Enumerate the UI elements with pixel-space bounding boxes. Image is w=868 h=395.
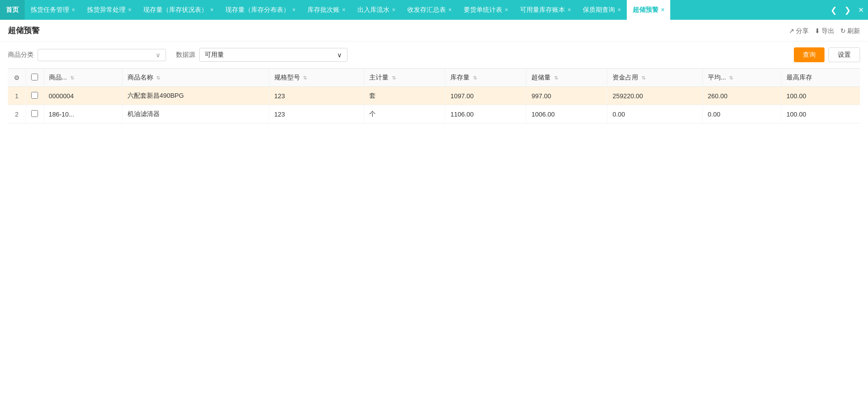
topbar-item-inout-flow[interactable]: 出入库流水× bbox=[351, 0, 401, 20]
table-row: 2 186-10... 机油滤清器 123 个 1106.00 1006.00 … bbox=[8, 105, 860, 123]
cell-product-name: 机油滤清器 bbox=[122, 105, 269, 123]
cell-capital: 259220.00 bbox=[608, 87, 703, 105]
close-tab-icon-inout-flow[interactable]: × bbox=[392, 6, 395, 13]
topbar-item-batch-ledger[interactable]: 库存批次账× bbox=[302, 0, 351, 20]
cell-max-stock: 100.00 bbox=[781, 105, 860, 123]
cell-overstock: 997.00 bbox=[526, 87, 608, 105]
topbar-item-task-mgmt[interactable]: 拣货任务管理× bbox=[25, 0, 81, 20]
topbar-item-summary[interactable]: 收发存汇总表× bbox=[401, 0, 458, 20]
filter-row: 商品分类 ∨ 数据源 可用量 ∨ 查询 设置 bbox=[0, 41, 868, 68]
cell-spec: 123 bbox=[269, 105, 364, 123]
row-checkbox-cell bbox=[26, 105, 43, 123]
th-avg-label: 平均... bbox=[708, 74, 726, 81]
topbar-item-stock-status[interactable]: 现存量（库存状况表）× bbox=[137, 0, 219, 20]
datasource-select[interactable]: 可用量 ∨ bbox=[199, 48, 347, 62]
th-capital-label: 资金占用 bbox=[612, 74, 638, 81]
topbar-item-home[interactable]: 首页 bbox=[0, 0, 25, 20]
refresh-icon: ↻ bbox=[840, 27, 846, 35]
topbar-item-available-ledger[interactable]: 可用量库存账本× bbox=[514, 0, 577, 20]
close-tab-icon-task-mgmt[interactable]: × bbox=[72, 6, 75, 13]
cell-unit: 个 bbox=[364, 105, 445, 123]
th-product-code[interactable]: 商品... ⇅ bbox=[43, 69, 122, 87]
topbar-item-stock-dist[interactable]: 现存量（库存分布表）× bbox=[219, 0, 302, 20]
cell-stock: 1106.00 bbox=[445, 105, 526, 123]
row-num: 2 bbox=[8, 105, 26, 123]
cell-product-name: 六配套新昌490BPG bbox=[122, 87, 269, 105]
th-product-code-label: 商品... bbox=[49, 74, 67, 81]
nav-prev-button[interactable]: ❮ bbox=[826, 0, 840, 20]
cell-avg: 0.00 bbox=[702, 105, 781, 123]
data-table: ⚙ 商品... ⇅ 商品名称 ⇅ 规格型号 ⇅ bbox=[8, 68, 860, 123]
cell-unit: 套 bbox=[364, 87, 445, 105]
close-tab-icon-order-stats[interactable]: × bbox=[505, 6, 508, 13]
topbar-item-expiry[interactable]: 保质期查询× bbox=[577, 0, 627, 20]
table-header-row: ⚙ 商品... ⇅ 商品名称 ⇅ 规格型号 ⇅ bbox=[8, 69, 860, 87]
export-icon: ⬇ bbox=[815, 27, 820, 35]
th-max-stock-label: 最高库存 bbox=[786, 74, 812, 81]
cell-max-stock: 100.00 bbox=[781, 87, 860, 105]
close-tab-icon-overstock-alert[interactable]: × bbox=[661, 6, 664, 13]
select-all-checkbox[interactable] bbox=[31, 74, 38, 80]
cell-product-code: 0000004 bbox=[43, 87, 122, 105]
close-tab-icon-available-ledger[interactable]: × bbox=[567, 6, 571, 13]
topbar-nav-arrows: ❮ ❯ ✕ bbox=[826, 0, 868, 20]
sort-product-code-icon: ⇅ bbox=[70, 75, 74, 80]
column-settings-icon[interactable]: ⚙ bbox=[14, 74, 20, 81]
datasource-label: 数据源 bbox=[176, 50, 195, 59]
sort-avg-icon: ⇅ bbox=[729, 75, 733, 80]
share-link[interactable]: ↗ 分享 bbox=[789, 27, 809, 36]
th-avg[interactable]: 平均... ⇅ bbox=[702, 69, 781, 87]
th-capital[interactable]: 资金占用 ⇅ bbox=[608, 69, 703, 87]
th-product-name[interactable]: 商品名称 ⇅ bbox=[122, 69, 269, 87]
th-unit-label: 主计量 bbox=[369, 74, 389, 81]
category-label: 商品分类 bbox=[8, 50, 34, 59]
page-title: 超储预警 bbox=[8, 26, 40, 36]
topbar-item-order-stats[interactable]: 要货单统计表× bbox=[458, 0, 514, 20]
datasource-chevron-icon: ∨ bbox=[337, 51, 342, 59]
sort-unit-icon: ⇅ bbox=[392, 75, 396, 80]
row-num: 1 bbox=[8, 87, 26, 105]
sort-capital-icon: ⇅ bbox=[642, 75, 646, 80]
th-stock[interactable]: 库存量 ⇅ bbox=[445, 69, 526, 87]
row-checkbox[interactable] bbox=[31, 110, 38, 117]
th-checkbox bbox=[26, 69, 43, 87]
cell-overstock: 1006.00 bbox=[526, 105, 608, 123]
category-filter: 商品分类 ∨ bbox=[8, 49, 166, 61]
th-product-name-label: 商品名称 bbox=[128, 74, 153, 81]
category-select[interactable]: ∨ bbox=[38, 49, 166, 61]
th-overstock[interactable]: 超储量 ⇅ bbox=[526, 69, 608, 87]
table-body: 1 0000004 六配套新昌490BPG 123 套 1097.00 997.… bbox=[8, 87, 860, 123]
nav-next-button[interactable]: ❯ bbox=[840, 0, 854, 20]
th-stock-label: 库存量 bbox=[450, 74, 470, 81]
row-checkbox[interactable] bbox=[31, 92, 38, 99]
nav-close-button[interactable]: ✕ bbox=[854, 0, 868, 20]
th-spec-label: 规格型号 bbox=[274, 74, 300, 81]
cell-stock: 1097.00 bbox=[445, 87, 526, 105]
refresh-link[interactable]: ↻ 刷新 bbox=[840, 27, 860, 36]
topbar-item-exception[interactable]: 拣货异常处理× bbox=[81, 0, 137, 20]
topbar: 首页拣货任务管理×拣货异常处理×现存量（库存状况表）×现存量（库存分布表）×库存… bbox=[0, 0, 868, 20]
settings-button[interactable]: 设置 bbox=[828, 47, 860, 62]
th-spec[interactable]: 规格型号 ⇅ bbox=[269, 69, 364, 87]
close-tab-icon-stock-status[interactable]: × bbox=[210, 6, 214, 13]
share-icon: ↗ bbox=[789, 27, 794, 35]
close-tab-icon-batch-ledger[interactable]: × bbox=[342, 6, 346, 13]
datasource-filter: 数据源 可用量 ∨ bbox=[176, 48, 347, 62]
th-overstock-label: 超储量 bbox=[531, 74, 551, 81]
th-max-stock: 最高库存 bbox=[781, 69, 860, 87]
datasource-value: 可用量 bbox=[205, 50, 224, 59]
th-unit[interactable]: 主计量 ⇅ bbox=[364, 69, 445, 87]
export-link[interactable]: ⬇ 导出 bbox=[815, 27, 834, 36]
close-tab-icon-stock-dist[interactable]: × bbox=[292, 6, 296, 13]
page-actions: ↗ 分享 ⬇ 导出 ↻ 刷新 bbox=[789, 27, 860, 36]
topbar-item-overstock-alert[interactable]: 超储预警× bbox=[627, 0, 670, 20]
close-tab-icon-exception[interactable]: × bbox=[128, 6, 131, 13]
close-tab-icon-expiry[interactable]: × bbox=[617, 6, 621, 13]
cell-avg: 260.00 bbox=[702, 87, 781, 105]
sort-product-name-icon: ⇅ bbox=[156, 75, 160, 80]
query-button[interactable]: 查询 bbox=[794, 47, 825, 62]
table-container: ⚙ 商品... ⇅ 商品名称 ⇅ 规格型号 ⇅ bbox=[0, 68, 868, 123]
cell-product-code: 186-10... bbox=[43, 105, 122, 123]
table-row: 1 0000004 六配套新昌490BPG 123 套 1097.00 997.… bbox=[8, 87, 860, 105]
close-tab-icon-summary[interactable]: × bbox=[448, 6, 452, 13]
